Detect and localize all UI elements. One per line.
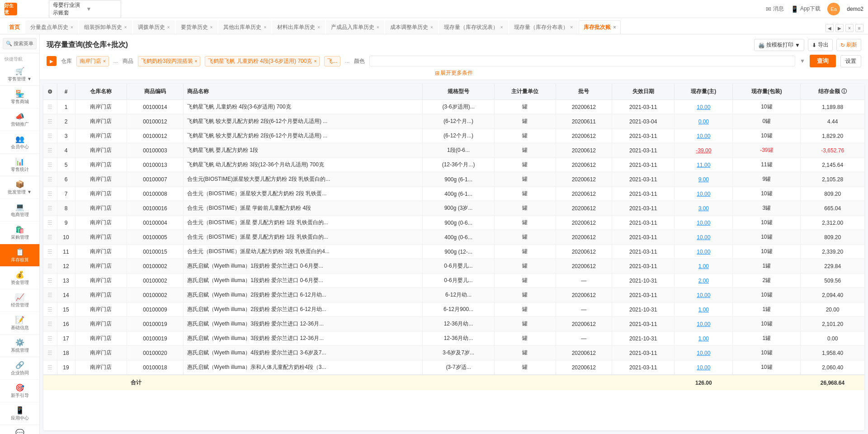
tab-ku-cun-pi-ci-close-icon[interactable]: × [613, 25, 616, 30]
sidebar-item-purchase[interactable]: 🛍️ 采购管理 [0, 222, 39, 244]
tab-home[interactable]: 首页 [5, 20, 24, 34]
row-settings-icon[interactable]: ☰ [43, 274, 57, 288]
row-qty-main[interactable]: 10.00 [675, 216, 733, 230]
row-settings-icon[interactable]: ☰ [43, 288, 57, 302]
sidebar-item-system[interactable]: ⚙️ 系统管理 [0, 335, 39, 357]
row-settings-icon[interactable]: ☰ [43, 317, 57, 331]
row-qty-main[interactable]: 10.00 [675, 346, 733, 360]
sidebar-item-retail-stats[interactable]: 📊 零售统计 [0, 154, 39, 176]
tab-tiao-bo[interactable]: 调拨单历史 × [133, 20, 175, 34]
tab-zu-chai-close-icon[interactable]: × [124, 25, 127, 30]
tab-xian-cun-kuzhuang[interactable]: 现存量（库存状况表） × [439, 20, 508, 34]
tab-yao-huo-close-icon[interactable]: × [210, 25, 213, 30]
row-qty-main[interactable]: 11.00 [675, 158, 733, 172]
row-settings-icon[interactable]: ☰ [43, 172, 57, 187]
tab-tiao-bo-close-icon[interactable]: × [167, 25, 170, 30]
tab-close-button[interactable]: × [845, 24, 854, 32]
row-settings-icon[interactable]: ☰ [43, 346, 57, 360]
row-settings-icon[interactable]: ☰ [43, 201, 57, 216]
tab-xian-cun-fenbu[interactable]: 现存量（库存分布表） × [509, 20, 578, 34]
sidebar-item-retail-mgmt[interactable]: 🛒 零售管理 ▼ [0, 63, 39, 86]
row-qty-main[interactable]: 9.00 [675, 172, 733, 187]
tab-qi-ta-chu-close-icon[interactable]: × [264, 25, 266, 30]
th-settings[interactable]: ⚙ [43, 84, 57, 100]
tab-ku-cun-pi-ci[interactable]: 库存批次账 × [579, 20, 621, 34]
sidebar-item-wholesale[interactable]: 📦 批发管理 ▼ [0, 176, 39, 199]
tab-cai-liao-chu[interactable]: 材料出库单历史 × [272, 20, 325, 34]
row-qty-main[interactable]: 10.00 [675, 245, 733, 259]
row-settings-icon[interactable]: ☰ [43, 331, 57, 346]
row-qty-main[interactable]: 10.00 [675, 317, 733, 331]
sidebar-item-inventory[interactable]: 📋 库存核算 [0, 244, 39, 267]
row-qty-main[interactable]: 3.00 [675, 201, 733, 216]
row-settings-icon[interactable]: ☰ [43, 230, 57, 245]
product-ellipsis[interactable]: ... [345, 58, 349, 64]
avatar[interactable]: Ea [827, 3, 840, 15]
template-print-button[interactable]: 🖨️ 按模板打印 ▼ [754, 39, 804, 51]
row-settings-icon[interactable]: ☰ [43, 158, 57, 172]
tab-fen-pan-close-icon[interactable]: × [71, 25, 73, 30]
sidebar-item-basic-info[interactable]: 📝 基础信息 [0, 312, 39, 335]
row-qty-main[interactable]: 10.00 [675, 360, 733, 375]
row-settings-icon[interactable]: ☰ [43, 114, 57, 129]
row-qty-main[interactable]: 10.00 [675, 230, 733, 245]
account-dropdown[interactable]: 母婴行业演示账套 ▼ [49, 0, 121, 18]
sidebar-item-marketing[interactable]: 📣 营销推广 [0, 108, 39, 131]
sidebar-item-enterprise[interactable]: 🔗 企业协同 [0, 357, 39, 380]
tab-chan-cheng-ru-close-icon[interactable]: × [377, 25, 379, 30]
row-settings-icon[interactable]: ☰ [43, 302, 57, 317]
tab-cai-liao-chu-close-icon[interactable]: × [317, 25, 320, 30]
sidebar-item-guide[interactable]: 🎯 新手引导 [0, 380, 39, 402]
row-settings-icon[interactable]: ☰ [43, 100, 57, 114]
sidebar-item-enterprise-wechat[interactable]: 💬 企业微信 [0, 425, 39, 434]
messages-button[interactable]: ✉ 消息 [766, 5, 784, 13]
settings-button[interactable]: 设置 [840, 55, 861, 67]
row-settings-icon[interactable]: ☰ [43, 187, 57, 201]
warehouse-tag-remove-icon[interactable]: × [103, 59, 106, 64]
row-qty-main[interactable]: 10.00 [675, 288, 733, 302]
export-button[interactable]: ⬇ 导出 [808, 39, 833, 51]
row-qty-main[interactable]: 10.00 [675, 187, 733, 201]
row-settings-icon[interactable]: ☰ [43, 245, 57, 259]
expand-more-conditions-button[interactable]: ⊞ 展开更多条件 [435, 69, 473, 77]
tab-xian-cun-fenbu-close-icon[interactable]: × [571, 25, 573, 30]
tab-qi-ta-chu[interactable]: 其他出库单历史 × [218, 20, 271, 34]
product-tag-2-remove-icon[interactable]: × [314, 59, 316, 64]
product-filter-tag-1[interactable]: 飞鹤奶粉3段丙混搭装 × [138, 56, 201, 66]
row-qty-main[interactable]: 0.00 [675, 114, 733, 129]
color-filter-input[interactable] [369, 56, 795, 66]
tab-menu-button[interactable]: ≡ [855, 24, 863, 32]
product-filter-tag-2[interactable]: 飞鹤星飞帆 儿童奶粉 4段(3-6岁适用) 700克 × [205, 56, 320, 66]
sidebar-item-ecommerce[interactable]: 💻 电商管理 [0, 199, 39, 222]
refresh-button[interactable]: ↻ 刷新 [836, 39, 861, 51]
row-settings-icon[interactable]: ☰ [43, 143, 57, 158]
row-qty-main[interactable]: 10.00 [675, 100, 733, 114]
product-filter-tag-more[interactable]: 飞... [324, 56, 340, 66]
row-qty-main[interactable]: 1.00 [675, 331, 733, 346]
tab-yao-huo[interactable]: 要货单历史 × [176, 20, 218, 34]
tab-cheng-ben[interactable]: 成本调整单历史 × [385, 20, 438, 34]
sidebar-item-member[interactable]: 👥 会员中心 [0, 131, 39, 154]
row-qty-main[interactable]: 1.00 [675, 259, 733, 274]
sidebar-item-retail-shop[interactable]: 🏪 零售商城 [0, 86, 39, 108]
row-qty-main[interactable]: 1.00 [675, 302, 733, 317]
sidebar-item-app-center[interactable]: 📱 应用中心 [0, 402, 39, 425]
app-download-button[interactable]: 📱 App下载 [791, 5, 821, 13]
tab-zu-chai[interactable]: 组装拆卸单历史 × [79, 20, 132, 34]
product-tag-1-remove-icon[interactable]: × [195, 59, 198, 64]
tab-prev-button[interactable]: ◀ [826, 24, 834, 32]
sidebar-item-operations[interactable]: 📈 经营管理 [0, 289, 39, 312]
tab-cheng-ben-close-icon[interactable]: × [430, 25, 433, 30]
row-settings-icon[interactable]: ☰ [43, 129, 57, 143]
query-button[interactable]: 查询 [810, 55, 836, 67]
warehouse-filter-tag[interactable]: 南岸门店 × [76, 56, 109, 66]
sidebar-item-finance[interactable]: 💰 资金管理 [0, 267, 39, 289]
warehouse-ellipsis[interactable]: ... [113, 58, 118, 64]
tab-xian-cun-kuzhuang-close-icon[interactable]: × [500, 25, 503, 30]
filter-expand-arrow-button[interactable]: ▶ [47, 56, 57, 66]
row-qty-main[interactable]: 10.00 [675, 129, 733, 143]
row-qty-main[interactable]: 2.00 [675, 274, 733, 288]
row-qty-main[interactable]: -39.00 [675, 143, 733, 158]
tab-next-button[interactable]: ▶ [835, 24, 844, 32]
tab-fen-pan[interactable]: 分量盘点单历史 × [25, 20, 78, 34]
